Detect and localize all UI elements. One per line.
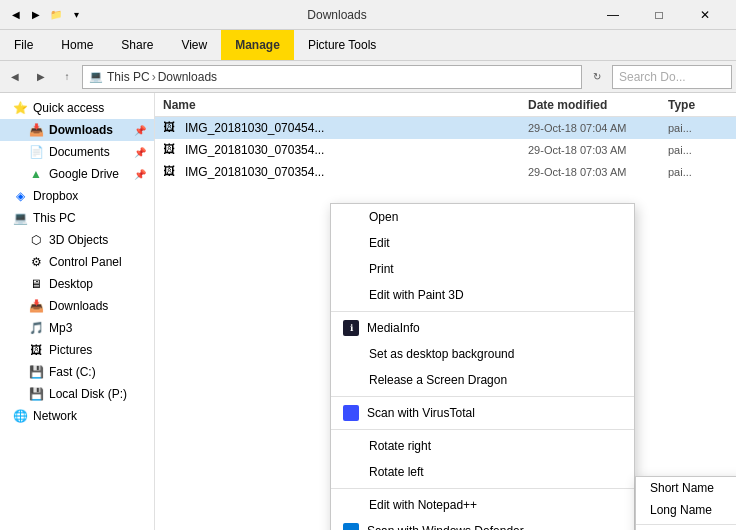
- path-segment-1: This PC: [107, 70, 150, 84]
- sidebar-item-label: Control Panel: [49, 255, 122, 269]
- file-list-header: Name Date modified Type: [155, 93, 736, 117]
- sidebar-item-label: Downloads: [49, 299, 108, 313]
- file-icon: 🖼: [163, 142, 179, 158]
- back-quick-icon[interactable]: ◀: [8, 7, 24, 23]
- sidebar-item-pictures[interactable]: 🖼 Pictures: [0, 339, 154, 361]
- file-icon: 🖼: [163, 120, 179, 136]
- file-row[interactable]: 🖼 IMG_20181030_070454... 29-Oct-18 07:04…: [155, 117, 736, 139]
- path-copy-submenu: Short Name Long Name Short Path Long Pat…: [635, 476, 736, 530]
- tab-view[interactable]: View: [167, 30, 221, 60]
- forward-quick-icon[interactable]: ▶: [28, 7, 44, 23]
- search-box[interactable]: Search Do...: [612, 65, 732, 89]
- folder-quick-icon[interactable]: 📁: [48, 7, 64, 23]
- title-bar: ◀ ▶ 📁 ▾ Downloads — □ ✕: [0, 0, 736, 30]
- file-row[interactable]: 🖼 IMG_20181030_070354... 29-Oct-18 07:03…: [155, 161, 736, 183]
- submenu-short-name[interactable]: Short Name: [636, 477, 736, 499]
- ctx-mediainfo[interactable]: ℹ MediaInfo: [331, 315, 634, 341]
- sidebar-item-network[interactable]: 🌐 Network: [0, 405, 154, 427]
- sidebar-item-downloads-1[interactable]: 📥 Downloads 📌: [0, 119, 154, 141]
- sidebar-item-google-drive[interactable]: ▲ Google Drive 📌: [0, 163, 154, 185]
- ctx-windows-defender[interactable]: Scan with Windows Defender...: [331, 518, 634, 530]
- tab-picture-tools[interactable]: Picture Tools: [294, 30, 390, 60]
- sidebar-item-label: Downloads: [49, 123, 113, 137]
- ctx-rotate-left[interactable]: Rotate left: [331, 459, 634, 485]
- column-header-type[interactable]: Type: [668, 98, 728, 112]
- context-menu: Open Edit Print Edit with Paint 3D ℹ Med…: [330, 203, 635, 530]
- sidebar-item-control-panel[interactable]: ⚙ Control Panel: [0, 251, 154, 273]
- file-name: IMG_20181030_070354...: [185, 165, 528, 179]
- up-button[interactable]: ↑: [56, 66, 78, 88]
- sidebar-item-documents[interactable]: 📄 Documents 📌: [0, 141, 154, 163]
- dropbox-icon: ◈: [12, 188, 28, 204]
- sidebar-item-label: Quick access: [33, 101, 104, 115]
- desktop-bg-icon: [343, 345, 361, 363]
- forward-button[interactable]: ▶: [30, 66, 52, 88]
- address-bar: ◀ ▶ ↑ 💻 This PC › Downloads ↻ Search Do.…: [0, 61, 736, 93]
- virustotal-icon: [343, 405, 359, 421]
- file-icon: 🖼: [163, 164, 179, 180]
- ctx-screen-dragon[interactable]: Release a Screen Dragon: [331, 367, 634, 393]
- tab-file[interactable]: File: [0, 30, 47, 60]
- network-icon: 🌐: [12, 408, 28, 424]
- submenu-sep-1: [636, 524, 736, 525]
- ctx-screen-dragon-label: Release a Screen Dragon: [369, 373, 622, 387]
- ctx-open[interactable]: Open: [331, 204, 634, 230]
- ctx-rotate-right[interactable]: Rotate right: [331, 433, 634, 459]
- dropdown-quick-icon[interactable]: ▾: [68, 7, 84, 23]
- file-row[interactable]: 🖼 IMG_20181030_070354... 29-Oct-18 07:03…: [155, 139, 736, 161]
- sidebar-item-fast-c[interactable]: 💾 Fast (C:): [0, 361, 154, 383]
- sidebar-item-label: Pictures: [49, 343, 92, 357]
- content-area: Name Date modified Type 🖼 IMG_20181030_0…: [155, 93, 736, 530]
- sidebar-item-3d-objects[interactable]: ⬡ 3D Objects: [0, 229, 154, 251]
- 3d-objects-icon: ⬡: [28, 232, 44, 248]
- file-list: 🖼 IMG_20181030_070454... 29-Oct-18 07:04…: [155, 117, 736, 183]
- file-type: pai...: [668, 144, 728, 156]
- pin-icon-1: 📌: [134, 125, 146, 136]
- file-name: IMG_20181030_070354...: [185, 143, 528, 157]
- pin-icon-3: 📌: [134, 169, 146, 180]
- mediainfo-icon: ℹ: [343, 320, 359, 336]
- sidebar-item-label: This PC: [33, 211, 76, 225]
- print-icon: [343, 260, 361, 278]
- maximize-button[interactable]: □: [636, 0, 682, 30]
- drive-p-icon: 💾: [28, 386, 44, 402]
- ctx-print[interactable]: Print: [331, 256, 634, 282]
- tab-manage[interactable]: Manage: [221, 30, 294, 60]
- ctx-notepadpp[interactable]: Edit with Notepad++: [331, 492, 634, 518]
- paint3d-icon: [343, 286, 361, 304]
- rotate-left-icon: [343, 463, 361, 481]
- ctx-edit-paint3d[interactable]: Edit with Paint 3D: [331, 282, 634, 308]
- tab-home[interactable]: Home: [47, 30, 107, 60]
- address-path[interactable]: 💻 This PC › Downloads: [82, 65, 582, 89]
- tab-share[interactable]: Share: [107, 30, 167, 60]
- sidebar-item-quick-access[interactable]: ⭐ Quick access: [0, 97, 154, 119]
- column-header-name[interactable]: Name: [163, 98, 528, 112]
- ctx-desktop-bg-label: Set as desktop background: [369, 347, 622, 361]
- sidebar-item-label: Fast (C:): [49, 365, 96, 379]
- submenu-long-name[interactable]: Long Name: [636, 499, 736, 521]
- ctx-desktop-bg[interactable]: Set as desktop background: [331, 341, 634, 367]
- refresh-button[interactable]: ↻: [586, 66, 608, 88]
- notepadpp-icon: [343, 496, 361, 514]
- google-drive-icon: ▲: [28, 166, 44, 182]
- sidebar-item-this-pc[interactable]: 💻 This PC: [0, 207, 154, 229]
- sidebar-item-dropbox[interactable]: ◈ Dropbox: [0, 185, 154, 207]
- ctx-open-label: Open: [369, 210, 622, 224]
- sidebar-item-mp3[interactable]: 🎵 Mp3: [0, 317, 154, 339]
- file-date: 29-Oct-18 07:03 AM: [528, 144, 668, 156]
- ctx-edit[interactable]: Edit: [331, 230, 634, 256]
- sidebar-item-local-disk-p[interactable]: 💾 Local Disk (P:): [0, 383, 154, 405]
- back-button[interactable]: ◀: [4, 66, 26, 88]
- close-button[interactable]: ✕: [682, 0, 728, 30]
- minimize-button[interactable]: —: [590, 0, 636, 30]
- sidebar-item-downloads-2[interactable]: 📥 Downloads: [0, 295, 154, 317]
- ctx-rotate-right-label: Rotate right: [369, 439, 622, 453]
- window-title: Downloads: [84, 8, 590, 22]
- ctx-windows-defender-label: Scan with Windows Defender...: [367, 524, 622, 530]
- column-header-date[interactable]: Date modified: [528, 98, 668, 112]
- file-type: pai...: [668, 122, 728, 134]
- rotate-right-icon: [343, 437, 361, 455]
- ctx-virustotal[interactable]: Scan with VirusTotal: [331, 400, 634, 426]
- sidebar-item-desktop[interactable]: 🖥 Desktop: [0, 273, 154, 295]
- main-area: ⭐ Quick access 📥 Downloads 📌 📄 Documents…: [0, 93, 736, 530]
